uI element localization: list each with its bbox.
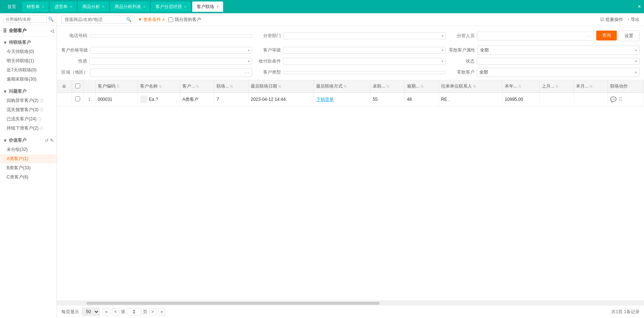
toolbar-search-icon[interactable]: 🔍 bbox=[126, 17, 132, 22]
page-number-input[interactable] bbox=[127, 308, 142, 315]
nav-tab-analysis-list[interactable]: 商品分析列表 × bbox=[110, 1, 150, 12]
table-settings-icon[interactable]: ⚙ bbox=[62, 84, 66, 89]
sidebar-search-icon[interactable]: 🔍 bbox=[48, 17, 54, 22]
sidebar-search-input[interactable] bbox=[3, 15, 47, 23]
row-checkbox[interactable] bbox=[75, 96, 80, 101]
th-no-contact-sort[interactable]: ⇅ bbox=[386, 84, 389, 88]
sidebar-item-churn-warning[interactable]: 流失预警客户(3) ⓘ bbox=[0, 105, 57, 114]
filter-panel: 电话号码 分管部门 ▾ 分管人员 ··· 查询 设置 bbox=[57, 26, 644, 80]
edit-icon[interactable]: ✎ bbox=[50, 138, 54, 143]
search-button[interactable]: 查询 bbox=[596, 31, 617, 40]
page-suffix: 页 bbox=[143, 309, 147, 315]
filter-nature-label: 性质 bbox=[61, 58, 87, 64]
sidebar-item-b-class[interactable]: B类客户(33) bbox=[0, 163, 57, 173]
toolbar-search-input[interactable] bbox=[65, 17, 125, 22]
th-company-sort[interactable]: ⇅ bbox=[473, 84, 476, 88]
status-arrow: ▾ bbox=[635, 59, 637, 63]
next-page-button[interactable]: > bbox=[149, 308, 157, 315]
first-page-button[interactable]: « bbox=[103, 308, 110, 315]
th-last-month-sort[interactable]: ⇅ bbox=[555, 84, 558, 88]
nav-home[interactable]: 首页 bbox=[3, 1, 21, 12]
th-name-sort[interactable]: ⇅ bbox=[159, 84, 162, 88]
th-type-sort[interactable]: ⇅ bbox=[196, 84, 199, 88]
th-last-method-sort[interactable]: ⇅ bbox=[344, 84, 347, 88]
nav-tab-analysis-list-close[interactable]: × bbox=[143, 5, 146, 9]
sidebar-item-churned[interactable]: 已流失客户(24) ⓘ bbox=[0, 114, 57, 124]
window-close-button[interactable]: × bbox=[638, 3, 641, 10]
th-checkbox bbox=[72, 80, 83, 93]
filter-more-button[interactable]: ▼ 更多条件 ∧ bbox=[138, 17, 165, 23]
nav-tab-analysis[interactable]: 商品分析 × bbox=[78, 1, 109, 12]
filter-customer-type-input[interactable] bbox=[283, 71, 446, 74]
c-class-label: C类客户(6) bbox=[7, 174, 28, 180]
filter-icon: ▼ bbox=[138, 17, 142, 22]
sidebar-item-ungrouped[interactable]: 未分组(32) bbox=[0, 145, 57, 154]
sidebar-collapse-btn[interactable]: ◁ bbox=[50, 28, 54, 33]
table-row: 1 000031 Ea ? A bbox=[57, 93, 644, 106]
th-this-month-sort[interactable]: ⇅ bbox=[590, 84, 593, 88]
last-page-button[interactable]: » bbox=[158, 308, 166, 315]
sidebar-item-7days-pending[interactable]: 近7天待联络(0) bbox=[0, 66, 57, 75]
action-icon-qr[interactable]: ⠿ bbox=[619, 96, 622, 102]
horizontal-scrollbar[interactable] bbox=[57, 301, 644, 305]
setting-button[interactable]: 设置 bbox=[618, 31, 640, 41]
region-more-btn[interactable]: ··· bbox=[244, 70, 250, 75]
th-last-contact-date: 最后联络日期 ⇅ bbox=[248, 80, 314, 93]
th-action: 联络动作 bbox=[608, 80, 644, 93]
my-customer-checkbox[interactable] bbox=[168, 17, 173, 22]
sidebar-group-pending-title[interactable]: ▼ 待联络客户 bbox=[0, 38, 57, 47]
my-customer-checkbox-container[interactable]: 我分管的客户 bbox=[168, 17, 201, 23]
sidebar-item-a-class[interactable]: A类客户(1) bbox=[0, 154, 57, 163]
sidebar-item-declining[interactable]: 持续下滑客户(2) ⓘ bbox=[0, 124, 57, 133]
filter-row-dept: 分管部门 ▾ bbox=[255, 29, 446, 43]
page-size-select[interactable]: 50 bbox=[82, 308, 100, 316]
filter-status-select[interactable]: ▾ bbox=[477, 58, 640, 65]
nav-tab-purchase-close[interactable]: × bbox=[70, 5, 72, 9]
sidebar-all-customers[interactable]: ⠿ 全部客户 ◁ bbox=[0, 25, 57, 36]
filter-region-select[interactable]: ··· bbox=[90, 68, 252, 77]
nav-tab-customer-contact[interactable]: 客户联络 × bbox=[192, 1, 223, 12]
nav-tab-customer-contact-close[interactable]: × bbox=[217, 5, 219, 9]
filter-nature-select[interactable]: ▾ bbox=[89, 58, 252, 65]
th-this-year-sort[interactable]: ⇅ bbox=[518, 84, 521, 88]
refresh-icon[interactable]: ↺ bbox=[45, 138, 49, 143]
filter-dept-select[interactable]: ▾ bbox=[283, 32, 446, 39]
sidebar-group-problem-title[interactable]: ▼ 问题客户 bbox=[0, 87, 57, 96]
th-last-date-sort[interactable]: ⇅ bbox=[278, 84, 281, 88]
sidebar-item-today-pending[interactable]: 今天待联络(0) bbox=[0, 47, 57, 56]
th-code-sort[interactable]: ⇅ bbox=[117, 84, 119, 88]
sidebar-item-c-class[interactable]: C类客户(6) bbox=[0, 173, 57, 182]
filter-price-level-select[interactable]: ▾ bbox=[90, 47, 252, 54]
action-icon-chat[interactable]: 💬 bbox=[610, 96, 616, 102]
sidebar-group-value-title[interactable]: ▼ 价值客户 ↺ ✎ bbox=[0, 136, 57, 145]
prev-page-button[interactable]: < bbox=[112, 308, 119, 315]
sidebar-item-overdue-contact[interactable]: 逾期未联络(30) bbox=[0, 75, 57, 84]
sidebar-item-repurchase-abnormal[interactable]: 回购异常客户(2) ⓘ bbox=[0, 96, 57, 105]
nav-tab-customer-tier-close[interactable]: × bbox=[184, 5, 186, 9]
nav-tab-purchase[interactable]: 进货单 × bbox=[50, 1, 76, 12]
filter-customer-level-select[interactable]: ▾ bbox=[283, 47, 446, 54]
batch-op-label: 批量操作 bbox=[605, 17, 623, 23]
th-contact-sort[interactable]: ⇅ bbox=[230, 84, 233, 88]
th-overdue-sort[interactable]: ⇅ bbox=[421, 84, 423, 88]
batch-op-icon: ☑ bbox=[600, 17, 604, 22]
last-contact-method-link[interactable]: 下销货单 bbox=[316, 97, 334, 102]
nav-tab-sales-close[interactable]: × bbox=[42, 5, 44, 9]
export-button[interactable]: ↑ 导出 bbox=[627, 17, 640, 23]
nav-tab-customer-tier[interactable]: 客户分层经营 × bbox=[151, 1, 191, 12]
filter-person-label: 分管人员 bbox=[449, 33, 475, 39]
filter-phone-input[interactable] bbox=[89, 35, 252, 38]
customer-table: ⚙ 客户编码 ⇅ bbox=[57, 80, 644, 106]
td-checkbox bbox=[72, 93, 83, 106]
batch-operation-button[interactable]: ☑ 批量操作 bbox=[600, 17, 623, 23]
nav-tab-sales[interactable]: 销售单 × bbox=[22, 1, 49, 12]
filter-scatter-attr-select[interactable]: 全部 ▾ bbox=[477, 46, 640, 55]
select-all-checkbox[interactable] bbox=[75, 84, 80, 88]
nav-tab-analysis-close[interactable]: × bbox=[102, 5, 104, 9]
filter-payment-select[interactable]: ▾ bbox=[283, 58, 446, 65]
filter-scatter-select[interactable]: 全部 ▾ bbox=[477, 68, 640, 77]
person-more-btn[interactable]: ··· bbox=[586, 33, 591, 39]
filter-phone-label: 电话号码 bbox=[61, 33, 87, 39]
sidebar-item-tomorrow-pending[interactable]: 明天待联络(1) bbox=[0, 56, 57, 66]
filter-person-select[interactable]: ··· bbox=[477, 32, 594, 40]
